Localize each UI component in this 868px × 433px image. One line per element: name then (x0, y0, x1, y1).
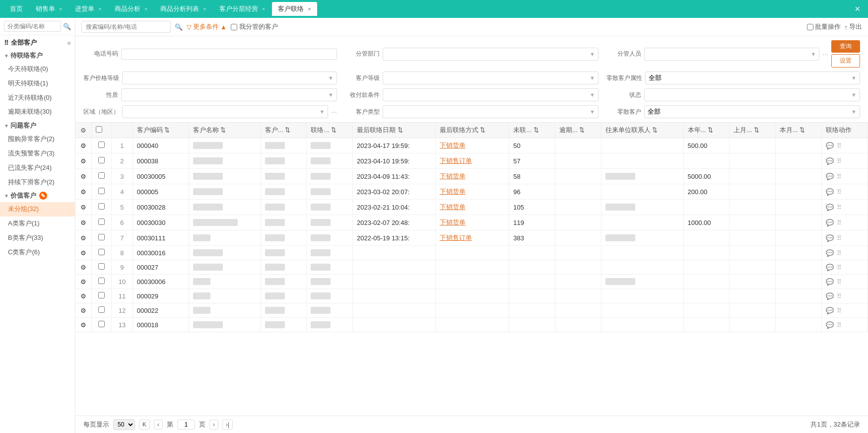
td-settings[interactable]: ⚙ (75, 318, 91, 332)
td-action[interactable]: 💬⠿ (821, 303, 868, 318)
th-name[interactable]: 客户名称 ⇅ (189, 123, 261, 138)
region-more-icon[interactable]: ··· (331, 108, 337, 116)
tab-product-analysis[interactable]: 商品分析 × (109, 2, 153, 16)
td-action[interactable]: 💬⠿ (821, 260, 868, 275)
sidebar-item-churn-warning[interactable]: 流失预警客户(3) (0, 146, 75, 161)
td-action[interactable]: 💬⠿ (821, 318, 868, 332)
chat-action-icon[interactable]: 💬 (826, 188, 834, 196)
td-settings[interactable]: ⚙ (75, 138, 91, 153)
th-code[interactable]: 客户编码 ⇅ (133, 123, 189, 138)
td-settings[interactable]: ⚙ (75, 275, 91, 289)
td-checkbox[interactable] (91, 230, 112, 246)
th-last-method[interactable]: 最后联络方式 ⇅ (435, 123, 509, 138)
td-settings[interactable]: ⚙ (75, 200, 91, 215)
grid-action-icon[interactable]: ⠿ (837, 188, 842, 196)
chat-action-icon[interactable]: 💬 (826, 219, 834, 226)
tab-purchase[interactable]: 进货单 × (69, 2, 107, 16)
chat-action-icon[interactable]: 💬 (826, 157, 834, 165)
th-this-month[interactable]: 本月... ⇅ (775, 123, 821, 138)
td-checkbox[interactable] (91, 260, 112, 275)
gender-select[interactable]: ▼ (121, 88, 337, 101)
tab-sales[interactable]: 销售单 × (30, 2, 68, 16)
th-contact[interactable]: 联络... ⇅ (307, 123, 353, 138)
td-action[interactable]: 💬⠿ (821, 184, 868, 200)
all-customers-header[interactable]: ⠿ 全部客户 « (0, 35, 75, 49)
td-last-method[interactable] (435, 275, 509, 289)
td-last-method[interactable]: 下销货单 (435, 138, 509, 153)
td-action[interactable]: 💬⠿ (821, 246, 868, 260)
grid-action-icon[interactable]: ⠿ (837, 204, 842, 211)
batch-operation-btn[interactable]: 批量操作 (807, 22, 841, 31)
price-level-select[interactable]: ▼ (122, 72, 337, 84)
td-action[interactable]: 💬⠿ (821, 275, 868, 289)
customer-level-select[interactable]: ▼ (383, 72, 599, 84)
grid-action-icon[interactable]: ⠿ (837, 142, 842, 149)
sidebar-item-class-c[interactable]: C类客户(6) (0, 245, 75, 260)
sidebar-collapse-btn[interactable]: « (67, 39, 71, 47)
sidebar-item-declining[interactable]: 持续下滑客户(2) (0, 175, 75, 190)
chat-action-icon[interactable]: 💬 (826, 264, 834, 271)
grid-action-icon[interactable]: ⠿ (837, 219, 842, 226)
td-checkbox[interactable] (91, 184, 112, 200)
td-settings[interactable]: ⚙ (75, 184, 91, 200)
sidebar-item-tomorrow-pending[interactable]: 明天待联络(1) (0, 76, 75, 91)
sidebar-item-today-pending[interactable]: 今天待联络(0) (0, 62, 75, 76)
th-this-year[interactable]: 本年... ⇅ (683, 123, 730, 138)
prev-page-btn[interactable]: ‹ (154, 420, 163, 430)
th-no-contact[interactable]: 未联... ⇅ (509, 123, 555, 138)
td-action[interactable]: 💬⠿ (821, 230, 868, 246)
td-settings[interactable]: ⚙ (75, 303, 91, 318)
group-pending-contact[interactable]: ▼ 待联络客户 (0, 49, 75, 62)
close-product-list-tab[interactable]: × (203, 2, 206, 16)
close-purchase-tab[interactable]: × (98, 2, 101, 16)
td-action[interactable]: 💬⠿ (821, 215, 868, 230)
td-action[interactable]: 💬⠿ (821, 169, 868, 184)
group-value-customers[interactable]: ▼ 价值客户 ✎ (0, 189, 75, 202)
grid-action-icon[interactable]: ⠿ (837, 157, 842, 165)
grid-action-icon[interactable]: ⠿ (837, 321, 842, 329)
first-page-btn[interactable]: K (139, 420, 150, 430)
td-settings[interactable]: ⚙ (75, 215, 91, 230)
sidebar-item-churned[interactable]: 已流失客户(24) (0, 161, 75, 175)
chat-action-icon[interactable]: 💬 (826, 142, 834, 149)
close-customer-tier-tab[interactable]: × (262, 2, 265, 16)
select-all-checkbox[interactable] (96, 126, 102, 133)
td-action[interactable]: 💬⠿ (821, 289, 868, 303)
chat-action-icon[interactable]: 💬 (826, 249, 834, 257)
td-checkbox[interactable] (91, 289, 112, 303)
th-settings[interactable]: ⚙ (75, 123, 91, 138)
my-customer-checkbox[interactable] (231, 24, 237, 30)
more-conditions-btn[interactable]: ▽ 更多条件 ▲ (187, 22, 227, 31)
td-checkbox[interactable] (91, 200, 112, 215)
td-last-method[interactable]: 下销售订单 (435, 230, 509, 246)
th-unit-contact[interactable]: 往来单位联系人 ⇅ (601, 123, 683, 138)
chat-action-icon[interactable]: 💬 (826, 321, 834, 329)
td-checkbox[interactable] (91, 318, 112, 332)
td-settings[interactable]: ⚙ (75, 169, 91, 184)
sidebar-search-input[interactable] (4, 21, 61, 32)
td-last-method[interactable]: 下销货单 (435, 215, 509, 230)
sidebar-search-icon[interactable]: 🔍 (63, 23, 71, 30)
td-action[interactable]: 💬⠿ (821, 138, 868, 153)
sidebar-item-class-a[interactable]: A类客户(1) (0, 216, 75, 231)
td-checkbox[interactable] (91, 138, 112, 153)
grid-action-icon[interactable]: ⠿ (837, 234, 842, 242)
td-last-method[interactable]: 下销售订单 (435, 153, 509, 169)
sidebar-item-abnormal-hoard[interactable]: 囤购异常客户(2) (0, 132, 75, 146)
customer-type-select[interactable]: ▼ (383, 105, 599, 118)
staff-more-icon[interactable]: ··· (822, 50, 828, 58)
export-btn[interactable]: ↑ 导出 (845, 22, 863, 31)
grid-action-icon[interactable]: ⠿ (837, 307, 842, 314)
td-last-method[interactable] (435, 260, 509, 275)
td-action[interactable]: 💬⠿ (821, 200, 868, 215)
grid-action-icon[interactable]: ⠿ (837, 249, 842, 257)
close-customer-contact-tab[interactable]: × (308, 2, 311, 16)
chat-action-icon[interactable]: 💬 (826, 234, 834, 242)
phone-input[interactable] (121, 49, 337, 60)
grid-action-icon[interactable]: ⠿ (837, 292, 842, 300)
region-select[interactable]: ▼ (122, 105, 328, 118)
close-product-analysis-tab[interactable]: × (144, 2, 147, 16)
grid-action-icon[interactable]: ⠿ (837, 173, 842, 180)
tab-home[interactable]: 首页 (4, 2, 29, 16)
tab-customer-contact[interactable]: 客户联络 × (272, 2, 317, 16)
